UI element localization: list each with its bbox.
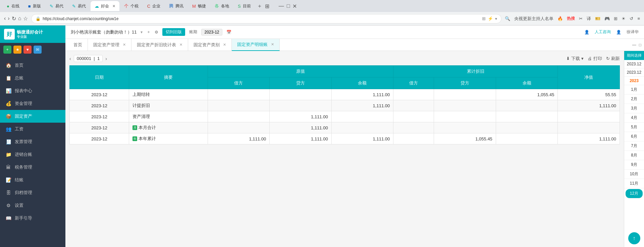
sidebar-icon-red[interactable]: ♥ [23,46,32,54]
sidebar-item-invoice[interactable]: 🧾 发票管理 [0,135,65,148]
cell-orig-debit [208,122,270,133]
home-icon[interactable]: ⌂ [18,15,21,22]
switch-version-btn[interactable]: 切到旧版 [162,28,185,36]
new-tab-icon[interactable]: ＋ [257,3,262,10]
sidebar-item-tax[interactable]: 🏛 税务管理 [0,161,65,174]
game-icon[interactable]: 🎮 [604,16,610,21]
tab-label: 易代 [55,3,63,9]
browser-tab-qiye[interactable]: C 企业 [143,1,164,11]
sidebar-item-purchase[interactable]: 📁 进销台账 [0,148,65,161]
back-icon[interactable]: ‹ [4,15,6,22]
period-item-mar[interactable]: 3月 [624,104,644,113]
close-window-icon[interactable]: ✕ [292,3,297,9]
print-icon: 🖨 [588,56,592,61]
next-page-btn[interactable]: › [105,56,107,61]
scissors-icon[interactable]: ✂ [579,16,583,21]
main-content: 刘小艳演示账套（勿删勿动！）11 ▾ ＋ ⚙ 切到旧版 账期 2023-12 📅… [65,25,644,247]
url-input[interactable]: 🔒 https://cloud.chanjet.com/accounting/u… [31,14,501,23]
period-item-aug[interactable]: 8月 [624,151,644,160]
browser-tab-gedi[interactable]: 各 各地 [211,1,233,11]
human-service-btn[interactable]: 人工咨询 [595,29,611,35]
sidebar-item-fixed-assets[interactable]: 📦 固定资产 [0,110,65,123]
period-item-year-2023[interactable]: 2023 [624,77,644,85]
period-item-oct[interactable]: 10月 [624,170,644,179]
dropdown-icon[interactable]: ▾ [495,16,497,21]
scroll-top-btn[interactable]: ↑ [628,232,640,244]
cell-orig-credit [270,89,332,100]
period-item-nov[interactable]: 11月 [624,179,644,188]
minimize-icon[interactable]: — [279,3,284,9]
add-icon[interactable]: ＋ [147,29,151,35]
hot-search-label[interactable]: 热搜 [567,16,575,21]
browser-tab-yidai2[interactable]: ✎ 易代 [68,1,90,11]
translate-icon[interactable]: 译 [587,16,591,22]
sidebar-item-funds[interactable]: 💰 资金管理 [0,97,65,110]
sidebar-item-salary[interactable]: 👥 工资 [0,123,65,135]
maximize-window-icon[interactable]: □ [639,43,641,47]
bookmark-icon[interactable]: ☆ [23,15,28,22]
tab-close-icon[interactable]: ✕ [223,43,226,47]
share-icon[interactable]: ⊞ [482,16,486,21]
period-item-jun[interactable]: 6月 [624,132,644,141]
period-item-2023-12-first[interactable]: 2023.12 [624,60,644,68]
cell-orig-balance: 1,111.00 [331,89,393,100]
cell-dep-balance [496,100,558,111]
tab-menu-icon[interactable]: ⊞ [265,3,269,9]
tab-close-icon[interactable]: ✕ [112,4,115,8]
tab-label: 固定资产明细账 [237,42,268,48]
tab-close-icon[interactable]: ✕ [271,42,274,47]
browser-tab-yidai1[interactable]: ✎ 易代 [46,1,67,11]
sidebar-item-report[interactable]: 📊 报表中心 [0,84,65,97]
download-btn[interactable]: ⬇ 下载 ▾ [566,56,584,62]
refresh-btn[interactable]: ↻ 刷新 [606,56,620,62]
period-item-sep[interactable]: 9月 [624,160,644,170]
browser-tab-geshui[interactable]: 个 个税 [120,1,143,11]
sidebar-item-settings[interactable]: ⚙ 设置 [0,199,65,212]
period-item-feb[interactable]: 2月 [624,95,644,104]
sidebar-item-home[interactable]: 🏠 首页 [0,59,65,72]
sidebar-item-guide[interactable]: 📖 新手引导 [0,212,65,225]
reload-icon[interactable]: ↻ [12,15,16,22]
maximize-icon[interactable]: □ [287,3,290,9]
undo-icon[interactable]: ↺ [630,16,633,21]
sidebar-icon-blue[interactable]: ✉ [34,46,42,54]
prev-page-btn[interactable]: ‹ [69,56,71,61]
calendar-icon[interactable]: 📅 [226,30,231,35]
tab-depreciation-stat[interactable]: 固定资产折旧统计表 ✕ [131,39,188,51]
browser-tab-tengxun[interactable]: 腾 腾讯 [165,1,187,11]
sidebar-item-ledger[interactable]: 📋 总账 [0,72,65,84]
settings-small-icon[interactable]: ⚙ [155,30,158,35]
tab-close-icon[interactable]: ✕ [123,43,126,47]
browser-tab-online[interactable]: ● 在线 [3,1,23,11]
period-item-apr[interactable]: 4月 [624,113,644,123]
sidebar-item-archive[interactable]: 🗄 归档管理 [0,186,65,199]
dropdown-arrow[interactable]: ▾ [141,30,143,35]
tab-asset-detail[interactable]: 固定资产明细账 ✕ [232,39,280,51]
browser-tab-new[interactable]: ■ 新版 [24,1,45,11]
wallet-icon[interactable]: 🎫 [595,16,600,21]
period-item-jul[interactable]: 7月 [624,141,644,151]
browser-tab-haokuai[interactable]: ☁ 好会 ✕ [91,1,119,11]
menu-icon[interactable]: ≡ [637,16,640,21]
sidebar-icon-yellow[interactable]: ★ [13,46,21,54]
minimize-window-icon[interactable]: — [632,43,636,47]
tab-close-icon[interactable]: ✕ [179,43,182,47]
sidebar-icon-green[interactable]: + [3,46,11,54]
tab-asset-category[interactable]: 固定资产类别 ✕ [188,39,232,51]
browser-tab-muqian[interactable]: S 目前 [234,1,255,11]
forward-icon[interactable]: › [8,15,9,22]
tab-home[interactable]: 首页 [68,39,88,51]
sidebar-item-closing[interactable]: 📝 结账 [0,174,65,186]
download-icon: ⬇ [566,56,570,61]
period-item-jan[interactable]: 1月 [624,85,644,95]
tab-fixed-asset-mgmt[interactable]: 固定资产管理 ✕ [88,39,131,51]
grid-icon[interactable]: ⊞ [614,16,618,21]
period-item-dec[interactable]: 12月 [626,189,643,198]
ledger-area: ‹ 000001 | 1 › ⬇ 下载 ▾ [65,51,624,247]
browser-tab-changjie[interactable]: M 畅捷 [188,1,210,11]
lightning-icon[interactable]: ⚡ [488,16,493,21]
print-btn[interactable]: 🖨 打印 [588,56,602,62]
period-item-2023-12-second[interactable]: 2023.12 [624,68,644,77]
sun-icon[interactable]: ☀ [622,16,626,21]
period-item-may[interactable]: 5月 [624,123,644,132]
